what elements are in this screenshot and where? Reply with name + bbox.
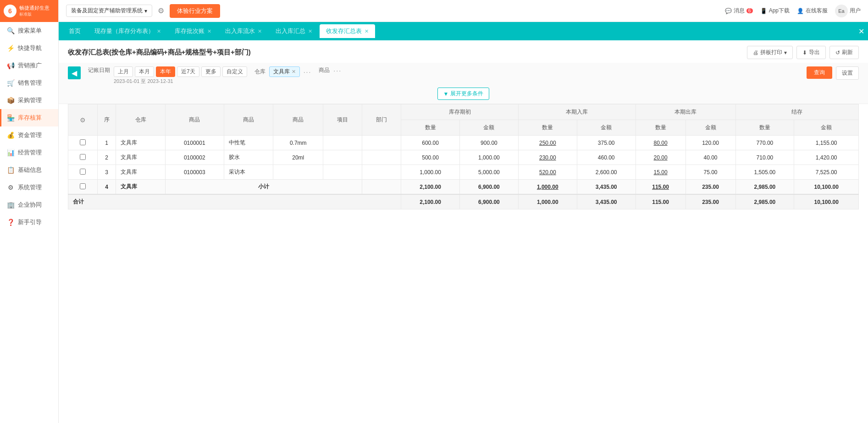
sidebar-item-label: 库存核算 (18, 114, 42, 122)
sidebar-item-guide[interactable]: ❓ 新手引导 (0, 214, 58, 231)
tab-inout-flow[interactable]: 出入库流水 ✕ (219, 24, 268, 38)
system-icon: ⚙ (7, 184, 14, 191)
tab-batch-ledger[interactable]: 库存批次账 ✕ (168, 24, 218, 38)
goods-more-options[interactable]: ··· (333, 67, 342, 74)
sidebar-item-system[interactable]: ⚙ 系统管理 (0, 179, 58, 196)
date-btn-last-month[interactable]: 上月 (114, 66, 133, 77)
row-in-qty[interactable]: 250.00 (518, 136, 577, 150)
col-group-in: 本期入库 (518, 104, 636, 120)
row-select[interactable] (68, 136, 98, 150)
tab-close-icon[interactable]: ✕ (365, 28, 369, 34)
tab-home[interactable]: 首页 (62, 24, 87, 38)
sidebar-item-sales[interactable]: 🛒 销售管理 (0, 74, 58, 92)
try-btn[interactable]: 体验行业方案 (170, 4, 220, 18)
row-init-qty: 600.00 (401, 136, 460, 150)
row-init-qty: 500.00 (401, 150, 460, 165)
row-in-amt: 2,600.00 (577, 165, 636, 180)
row-warehouse: 文具库 (116, 180, 166, 195)
sidebar-item-assets[interactable]: 💰 资金管理 (0, 126, 58, 144)
print-btn[interactable]: 🖨 拼板打印 ▾ (747, 46, 793, 59)
app-download-btn[interactable]: 📱 App下载 (760, 7, 790, 15)
col-header-dept: 部门 (362, 104, 401, 136)
row-dept (362, 150, 401, 165)
row-out-qty[interactable]: 20.00 (636, 150, 686, 165)
row-select[interactable] (68, 180, 98, 195)
row-out-qty[interactable]: 115.00 (636, 180, 686, 195)
sidebar-item-enterprise[interactable]: 🏢 企业协同 (0, 196, 58, 214)
operations-icon: 📊 (7, 149, 14, 156)
row-select[interactable] (68, 150, 98, 165)
tab-close-icon[interactable]: ✕ (308, 28, 312, 34)
tab-close-icon[interactable]: ✕ (207, 28, 211, 34)
row-out-amt: 40.00 (686, 150, 735, 165)
export-btn[interactable]: ⬇ 导出 (796, 46, 826, 59)
data-table-wrapper: ⚙ 序 仓库 商品 商品 商品 项目 部门 库存期初 本期入库 本期出库 结存 (59, 104, 868, 219)
sidebar-item-quick-nav[interactable]: ⚡ 快捷导航 (0, 39, 58, 57)
row-code: 0100002 (165, 150, 224, 165)
date-btn-custom[interactable]: 自定义 (222, 66, 247, 77)
date-btn-7days[interactable]: 近7天 (177, 66, 199, 77)
row-in-qty[interactable]: 230.00 (518, 150, 577, 165)
footer-out-qty: 115.00 (636, 194, 686, 209)
date-btn-this-month[interactable]: 本月 (135, 66, 154, 77)
system-name: 装备及固定资产辅助管理系统 (71, 7, 143, 15)
message-icon: 💬 (725, 8, 732, 14)
refresh-btn[interactable]: ↺ 刷新 (829, 46, 859, 59)
settings-btn[interactable]: 设置 (836, 66, 859, 80)
filter-toggle-btn[interactable]: ◀ (68, 66, 81, 79)
messages-btn[interactable]: 💬 消息 6 (725, 7, 753, 15)
row-init-amt: 6,900.00 (460, 180, 519, 195)
assets-icon: 💰 (7, 132, 14, 139)
page-title: 收发存汇总表(按仓库+商品编码+商品+规格型号+项目+部门) (68, 48, 251, 57)
row-bal-qty: 1,505.00 (735, 165, 794, 180)
sidebar-item-inventory[interactable]: 🏪 库存核算 (0, 109, 58, 126)
warehouse-more-options[interactable]: ··· (304, 68, 312, 76)
user-label: 用户 (850, 7, 861, 15)
tab-inout-summary[interactable]: 出入库汇总 ✕ (269, 24, 319, 38)
sidebar-item-purchase[interactable]: 📦 采购管理 (0, 92, 58, 109)
sidebar-item-label: 经营管理 (18, 148, 42, 157)
printer-icon: 🖨 (753, 49, 758, 56)
sidebar-item-search[interactable]: 🔍 搜索菜单 (0, 22, 58, 39)
online-service-btn[interactable]: 👤 在线客服 (797, 7, 828, 15)
tab-close-icon[interactable]: ✕ (157, 28, 161, 34)
gear-icon[interactable]: ⚙ (158, 6, 164, 15)
sidebar-item-base-info[interactable]: 📋 基础信息 (0, 161, 58, 179)
tab-label: 出入库流水 (225, 27, 255, 35)
row-bal-qty: 770.00 (735, 136, 794, 150)
tab-inventory-dist[interactable]: 现存量（库存分布表） ✕ (88, 24, 167, 38)
row-out-qty[interactable]: 15.00 (636, 165, 686, 180)
col-header-in-amt: 金额 (577, 120, 636, 136)
col-header-project: 项目 (323, 104, 362, 136)
row-in-qty[interactable]: 520.00 (518, 165, 577, 180)
system-select[interactable]: 装备及固定资产辅助管理系统 ▾ (66, 5, 152, 17)
topbar: 装备及固定资产辅助管理系统 ▾ ⚙ 体验行业方案 💬 消息 6 📱 App下载 … (59, 0, 868, 22)
expand-conditions-btn[interactable]: ▼ 展开更多条件 (437, 88, 490, 100)
close-all-tabs[interactable]: ✕ (858, 27, 864, 36)
row-in-qty[interactable]: 1,000.00 (518, 180, 577, 195)
user-menu[interactable]: Ea 用户 (835, 5, 861, 17)
date-btn-this-year[interactable]: 本年 (156, 66, 175, 77)
row-product: 中性笔 (224, 136, 273, 150)
inventory-icon: 🏪 (7, 114, 14, 121)
table-settings-icon[interactable]: ⚙ (80, 116, 86, 124)
quick-nav-icon: ⚡ (7, 44, 14, 52)
tab-close-icon[interactable]: ✕ (258, 28, 262, 34)
date-btn-more[interactable]: 更多 (201, 66, 221, 77)
row-bal-qty: 710.00 (735, 150, 794, 165)
chevron-down-icon: ▾ (784, 49, 787, 56)
row-out-qty[interactable]: 80.00 (636, 136, 686, 150)
footer-in-amt: 3,435.00 (577, 194, 636, 209)
sidebar-item-marketing[interactable]: 📢 营销推广 (0, 57, 58, 74)
row-in-amt: 460.00 (577, 150, 636, 165)
tab-recv-send-summary[interactable]: 收发存汇总表 ✕ (320, 24, 375, 38)
query-btn[interactable]: 查询 (807, 66, 832, 79)
date-range: 2023-01-01 至 2023-12-31 (114, 78, 247, 85)
row-select[interactable] (68, 165, 98, 180)
settings-header[interactable]: ⚙ (68, 104, 98, 136)
col-header-product: 商品 (224, 104, 273, 136)
col-header-init-qty: 数量 (401, 120, 460, 136)
sidebar-item-operations[interactable]: 📊 经营管理 (0, 144, 58, 161)
warehouse-tag-close[interactable]: ✕ (292, 69, 296, 75)
row-bal-amt: 1,155.00 (794, 136, 859, 150)
